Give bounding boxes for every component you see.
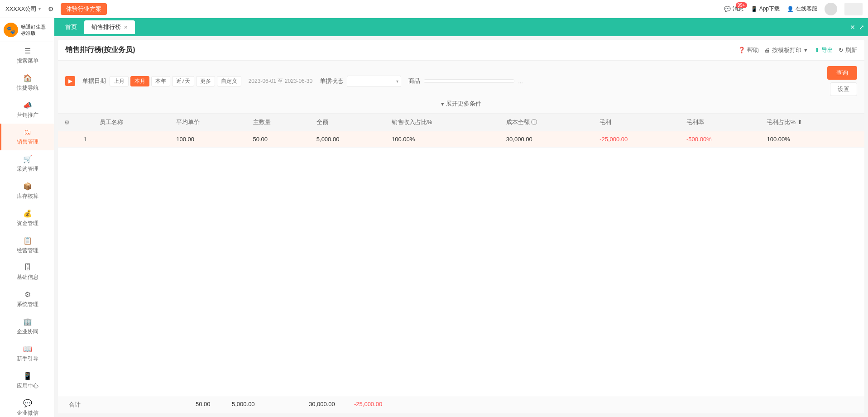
print-template-button[interactable]: 🖨 按模板打印 — [764, 46, 801, 54]
column-settings-icon[interactable]: ⚙ — [64, 119, 70, 126]
system-icon: ⚙ — [24, 290, 31, 299]
page-actions: ❓ 帮助 🖨 按模板打印 ▾ ⬆ 导出 — [738, 46, 857, 54]
th-main-qty: 主数量 — [248, 114, 311, 131]
td-gross: -25,000.00 — [594, 131, 681, 148]
status-select[interactable] — [347, 76, 401, 87]
goods-filter-group: 商品 ... — [408, 77, 523, 85]
th-sales-pct: 销售收入占比% — [386, 114, 501, 131]
sidebar-item-quick-nav[interactable]: 🏠 快捷导航 — [0, 69, 54, 96]
company-name: XXXXX公司 — [5, 5, 37, 13]
close-window-button[interactable]: ✕ — [850, 24, 855, 31]
tab-sales-rank[interactable]: 销售排行榜 ✕ — [84, 20, 135, 34]
goods-input-area[interactable] — [424, 79, 514, 83]
top-right-area: 💬 消息 99+ 📱 App下载 👤 在线客服 — [724, 3, 863, 15]
sales-icon: 🗂 — [24, 128, 31, 136]
maximize-window-button[interactable]: ⤢ — [859, 24, 864, 31]
td-gross-rate: -500.00% — [681, 131, 761, 148]
sidebar-item-system[interactable]: ⚙ 系统管理 — [0, 286, 54, 313]
sidebar-item-guide[interactable]: 📖 新手引导 — [0, 340, 54, 367]
chevron-down-icon: ▾ — [38, 6, 41, 11]
marketing-icon: 📣 — [23, 101, 32, 110]
settings-btn[interactable]: 设置 — [830, 82, 857, 96]
online-service-button[interactable]: 👤 在线客服 — [787, 5, 817, 13]
goods-filter-label: 商品 — [408, 77, 420, 85]
basic-info-icon: 🗄 — [24, 264, 31, 272]
user-name-area[interactable] — [844, 3, 863, 15]
sidebar-item-apps[interactable]: 📱 应用中心 — [0, 367, 54, 394]
sidebar-item-wechat[interactable]: 💬 企业微信 — [0, 394, 54, 417]
date-filter-group: 单据日期 上月 本月 本年 近7天 更多 自定义 — [82, 76, 241, 86]
expand-more-button[interactable]: ▾ 展开更多条件 — [441, 100, 481, 108]
footer-empty1 — [100, 401, 190, 409]
cur-year-btn[interactable]: 本年 — [151, 76, 170, 86]
message-icon: 💬 — [724, 6, 731, 12]
refresh-icon: ↻ — [839, 47, 844, 53]
more-date-btn[interactable]: 更多 — [196, 76, 215, 86]
action-buttons-area: 查询 设置 — [827, 66, 857, 96]
home-icon: 🏠 — [23, 74, 32, 82]
export-icon: ⬆ — [815, 47, 820, 53]
window-buttons: ✕ ⤢ — [850, 24, 864, 31]
print-icon: 🖨 — [764, 47, 770, 53]
sidebar-item-basic-info[interactable]: 🗄 基础信息 — [0, 259, 54, 286]
sidebar-logo: 🐾 畅通好生意 标准版 — [0, 18, 54, 42]
more-filter-btn[interactable]: ... — [518, 78, 523, 85]
purchase-icon: 🛒 — [23, 155, 32, 163]
sidebar-item-sales[interactable]: 🗂 销售管理 — [0, 124, 54, 150]
logo-text: 畅通好生意 标准版 — [21, 24, 46, 37]
footer-cost-amount: 30,000.00 — [303, 401, 349, 409]
td-cost-amount: 30,000.00 — [501, 131, 594, 148]
company-selector[interactable]: XXXXX公司 ▾ — [5, 5, 41, 13]
help-icon: ❓ — [738, 47, 745, 53]
search-order-icon: ☰ — [24, 47, 31, 55]
refresh-button[interactable]: ↻ 刷新 — [839, 46, 857, 54]
expand-row: ▾ 展开更多条件 — [65, 100, 857, 108]
footer-label-cell: 合计 — [63, 401, 100, 409]
export-button[interactable]: ⬆ 导出 — [815, 46, 833, 54]
sidebar-item-purchase[interactable]: 🛒 采购管理 — [0, 150, 54, 177]
avatar[interactable] — [825, 3, 837, 15]
enterprise-icon: 🏢 — [23, 317, 32, 326]
query-button[interactable]: 查询 — [827, 66, 857, 80]
sales-rank-table: ⚙ 员工名称 平均单价 主数量 — [58, 114, 864, 148]
content-area: 首页 销售排行榜 ✕ ✕ ⤢ 销售排行榜(按业务员) ❓ 帮助 — [54, 18, 868, 417]
sidebar-item-marketing[interactable]: 📣 营销推广 — [0, 96, 54, 124]
td-employee-name — [94, 131, 171, 148]
tab-home[interactable]: 首页 — [58, 20, 84, 34]
sidebar-item-finance[interactable]: 💰 资金管理 — [0, 205, 54, 232]
sidebar-item-operations[interactable]: 📋 经营管理 — [0, 232, 54, 259]
th-amount: 全额 — [311, 114, 386, 131]
td-checkbox — [58, 131, 76, 148]
th-employee-name: 员工名称 — [94, 114, 171, 131]
table-area: ⚙ 员工名称 平均单价 主数量 — [58, 114, 864, 396]
custom-date-btn[interactable]: 自定义 — [217, 76, 241, 86]
footer-gross: -25,000.00 — [349, 401, 388, 409]
help-button[interactable]: ❓ 帮助 — [738, 46, 759, 54]
table-row: 1 100.00 50.00 — [58, 131, 864, 148]
top-header: XXXXX公司 ▾ ⚙ 体验行业方案 💬 消息 99+ 📱 App下载 👤 在线… — [0, 0, 868, 18]
sidebar: 🐾 畅通好生意 标准版 ☰ 搜索菜单 🏠 快捷导航 📣 营销推广 🗂 销售管理 … — [0, 18, 54, 417]
message-button[interactable]: 💬 消息 99+ — [724, 5, 743, 13]
footer-amount: 5,000.00 — [226, 401, 267, 409]
page-title: 销售排行榜(按业务员) — [65, 45, 135, 55]
prev-month-btn[interactable]: 上月 — [110, 76, 129, 86]
date-range-text: 2023-06-01 至 2023-06-30 — [249, 77, 312, 85]
sidebar-item-search-order[interactable]: ☰ 搜索菜单 — [0, 42, 54, 69]
th-gross-rate: 毛利率 — [681, 114, 761, 131]
service-icon: 👤 — [787, 6, 794, 12]
filter-toggle-button[interactable]: ▶ — [65, 76, 75, 86]
footer-main-qty: 50.00 — [190, 401, 226, 409]
app-download-button[interactable]: 📱 App下载 — [751, 5, 780, 13]
sidebar-item-inventory[interactable]: 📦 库存核算 — [0, 177, 54, 205]
tab-close-icon[interactable]: ✕ — [124, 24, 128, 30]
last7-btn[interactable]: 近7天 — [172, 76, 194, 86]
industry-button[interactable]: 体验行业方案 — [61, 3, 107, 15]
th-settings[interactable]: ⚙ — [58, 114, 76, 131]
apps-icon: 📱 — [23, 372, 32, 380]
sidebar-item-enterprise[interactable]: 🏢 企业协同 — [0, 313, 54, 340]
settings-button[interactable]: ⚙ — [44, 3, 57, 15]
print-dropdown-button[interactable]: ▾ — [802, 47, 809, 53]
status-filter-label: 单据状态 — [320, 77, 343, 85]
th-gross: 毛利 — [594, 114, 681, 131]
cur-month-btn[interactable]: 本月 — [130, 76, 149, 86]
